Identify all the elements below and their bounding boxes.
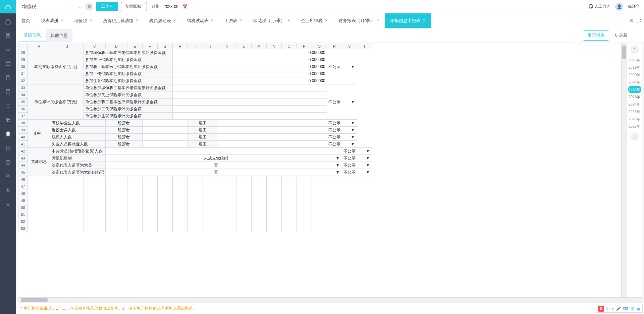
col-header-O[interactable]: O xyxy=(281,43,297,49)
nav-video-icon[interactable] xyxy=(4,186,12,194)
period-label: 账期 xyxy=(152,4,160,9)
nav-home-icon[interactable] xyxy=(4,17,12,25)
user-name[interactable]: 徐泽华 xyxy=(628,4,640,9)
tab-纳税波动表[interactable]: 纳税波动表✕ xyxy=(181,13,219,28)
avatar-icon[interactable]: 👤 xyxy=(615,3,623,11)
year-2020年[interactable]: 2020年 xyxy=(628,71,641,78)
tab-close-icon[interactable]: ✕ xyxy=(325,18,328,23)
ime-s-icon: S xyxy=(598,306,604,312)
tab-close-icon[interactable]: ✕ xyxy=(136,18,139,23)
tab-印花税（月/季）[interactable]: 印花税（月/季）✕ xyxy=(248,13,296,28)
tab-close-icon[interactable]: ✕ xyxy=(60,18,63,23)
chevron-down-icon: ⌄ xyxy=(78,4,83,9)
tab-税负波动表[interactable]: 税负波动表✕ xyxy=(144,13,181,28)
tab-close-icon[interactable]: ✕ xyxy=(173,18,176,23)
tab-close-icon[interactable]: ✕ xyxy=(89,18,92,23)
horizontal-scrollbar[interactable] xyxy=(18,297,642,303)
spreadsheet[interactable]: ABCDEFGHIJKLMNOPQRST28本期实际缴费金额(万元)参加城镇职工… xyxy=(18,43,621,297)
col-header-C[interactable]: C xyxy=(84,43,105,49)
year-2024年[interactable]: 2024年 xyxy=(628,101,641,108)
col-header-N[interactable]: N xyxy=(266,43,281,49)
ime-toolbar[interactable]: S 中 •, 🎤 ⌨ 👕 ▦ xyxy=(596,305,643,313)
tab-增值税[interactable]: 增值税✕ xyxy=(69,13,98,28)
col-header-T[interactable]: T xyxy=(357,43,372,49)
col-header-K[interactable]: K xyxy=(218,43,236,49)
year-2025年[interactable]: 2025年 xyxy=(628,108,641,115)
ime-skin-icon: 👕 xyxy=(630,307,635,311)
nav-export-icon[interactable] xyxy=(4,144,12,152)
year-2019年[interactable]: 2019年 xyxy=(628,64,641,71)
ime-punct-icon: •, xyxy=(612,307,614,311)
nav-doc-icon[interactable] xyxy=(4,32,12,40)
year-down-icon[interactable]: ⌄ xyxy=(631,133,639,141)
nav-table-icon[interactable] xyxy=(4,116,12,124)
col-header-A[interactable]: A xyxy=(28,43,50,49)
col-header-H[interactable]: H xyxy=(172,43,187,49)
breadcrumb[interactable]: 增值税 ⌄ xyxy=(22,4,83,10)
col-header-B[interactable]: B xyxy=(50,43,84,49)
nav-calc-icon[interactable] xyxy=(4,88,12,96)
tab-财务报表（月/季）[interactable]: 财务报表（月/季）✕ xyxy=(333,13,385,28)
year-2022年[interactable]: 2022年 xyxy=(628,86,641,93)
col-header-J[interactable]: J xyxy=(203,43,218,49)
vertical-scrollbar[interactable] xyxy=(621,43,627,297)
col-header-L[interactable]: L xyxy=(236,43,251,49)
tab-首页[interactable]: 首页 xyxy=(16,13,36,28)
workspace-button[interactable]: 工作台 xyxy=(96,2,118,11)
tab-所得税汇算清缴[interactable]: 所得税汇算清缴✕ xyxy=(98,13,144,28)
tab-close-icon[interactable]: ✕ xyxy=(423,18,426,23)
nav-settings-icon[interactable] xyxy=(4,172,12,180)
consult-link[interactable]: 🎧 人工咨询 xyxy=(588,4,610,9)
col-header-I[interactable]: I xyxy=(187,43,203,49)
ime-keyboard-icon: ⌨ xyxy=(623,307,628,311)
tab-close-icon[interactable]: ✕ xyxy=(211,18,214,23)
reset-button[interactable]: 重置报表 xyxy=(583,30,609,41)
nav-clipboard-icon[interactable] xyxy=(4,74,12,82)
nav-inbox-icon[interactable] xyxy=(4,158,12,166)
col-header-F[interactable]: F xyxy=(142,43,157,49)
svg-rect-3 xyxy=(6,89,10,94)
col-header-M[interactable]: M xyxy=(251,43,266,49)
nav-text-icon[interactable] xyxy=(4,102,12,110)
col-header-S[interactable]: S xyxy=(342,43,357,49)
year-up-icon[interactable]: ⌃ xyxy=(631,46,639,54)
col-header-Q[interactable]: Q xyxy=(312,43,327,49)
close-tab-icon[interactable]: ✕ xyxy=(629,17,633,24)
svg-rect-5 xyxy=(6,135,10,136)
switch-old-button[interactable]: 切到旧版 xyxy=(121,2,147,11)
col-header-D[interactable]: D xyxy=(105,43,127,49)
year-2027年[interactable]: 2027年 xyxy=(628,123,641,130)
year-2026年[interactable]: 2026年 xyxy=(628,115,641,123)
year-2023年[interactable]: 2023年 xyxy=(628,93,641,101)
col-header-G[interactable]: G xyxy=(157,43,172,49)
nav-v-icon[interactable] xyxy=(4,200,12,208)
top-bar: 增值税 ⌄ ☰ 工作台 切到旧版 账期 2023-09 📅 🎧 人工咨询 👤 徐… xyxy=(16,0,644,13)
tab-close-icon[interactable]: ✕ xyxy=(376,18,379,23)
nav-tax-icon[interactable] xyxy=(4,130,12,138)
tab-企业所得税[interactable]: 企业所得税✕ xyxy=(296,13,333,28)
period-value[interactable]: 2023-09 xyxy=(164,4,178,9)
svg-point-7 xyxy=(7,176,9,177)
tab-年报信息申报表[interactable]: 年报信息申报表✕ xyxy=(385,13,431,28)
list-icon[interactable]: ☰ xyxy=(85,3,93,11)
footer-hint: * 单元格编辑说明：1、点击单元格直接录入数值或文本。2、清空单元格数值或文本恢… xyxy=(21,306,197,311)
tabs-bar: 首页税表清册✕增值税✕所得税汇算清缴✕税负波动表✕纳税波动表✕工资表✕印花税（月… xyxy=(16,13,644,28)
col-header-E[interactable]: E xyxy=(127,43,142,49)
subtab-basic[interactable]: 基础信息 xyxy=(19,29,46,42)
tab-税表清册[interactable]: 税表清册✕ xyxy=(36,13,69,28)
ime-grid-icon: ▦ xyxy=(637,307,640,311)
tab-工资表[interactable]: 工资表✕ xyxy=(219,13,248,28)
nav-bag-icon[interactable] xyxy=(4,60,12,68)
calendar-icon[interactable]: 📅 xyxy=(182,4,187,9)
subtab-other[interactable]: 其他信息 xyxy=(46,29,72,42)
col-header-P[interactable]: P xyxy=(297,43,312,49)
tab-close-icon[interactable]: ✕ xyxy=(287,18,290,23)
refresh-button[interactable]: ↻ 刷新 xyxy=(614,33,627,38)
year-2021年[interactable]: 2021年 xyxy=(628,78,641,86)
year-2018年[interactable]: 2018年 xyxy=(628,56,641,64)
tab-close-icon[interactable]: ✕ xyxy=(239,18,243,23)
expand-icon[interactable]: ⛶ xyxy=(637,18,641,23)
sub-header: 基础信息 其他信息 重置报表 ↻ 刷新 xyxy=(16,28,644,43)
nav-chart-icon[interactable] xyxy=(4,46,12,54)
col-header-R[interactable]: R xyxy=(327,43,342,49)
